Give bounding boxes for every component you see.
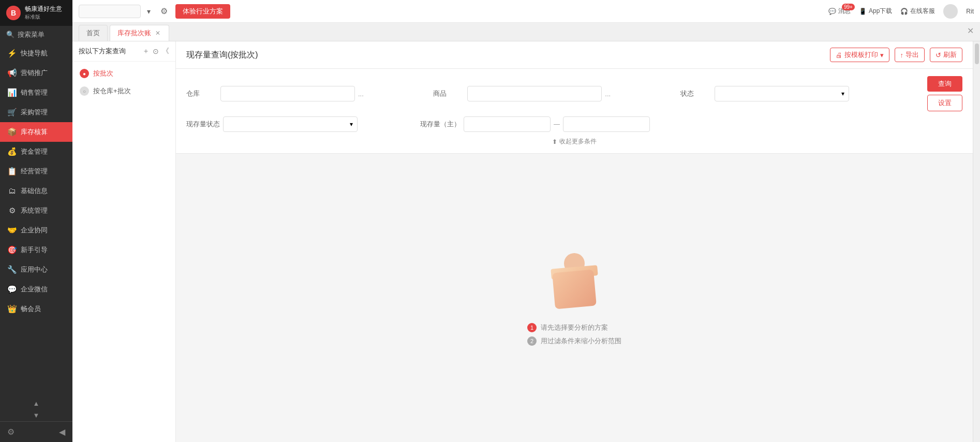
sidebar-item-wechat[interactable]: 💬企业微信 [0, 279, 72, 299]
scheme-item-batch[interactable]: ● 按批次 [72, 65, 175, 82]
warehouse-more-btn[interactable]: ... [358, 90, 364, 98]
hint-num-2: 2 [527, 336, 537, 346]
nav-icon-wechat: 💬 [7, 285, 17, 294]
nav-icon-inventory: 📦 [7, 127, 17, 137]
nav-label-basic: 基础信息 [21, 186, 48, 196]
page-title: 现存量查询(按批次) [186, 50, 258, 61]
footer-collapse-icon[interactable]: ◀ [59, 427, 65, 437]
qty-max-input[interactable] [563, 116, 650, 132]
sidebar-scroll-down[interactable]: ▼ [0, 409, 72, 421]
topbar-service[interactable]: 🎧 在线客服 [900, 7, 935, 16]
sidebar-item-enterprise[interactable]: 🤝企业协同 [0, 220, 72, 240]
collapse-icon: ⬆ [552, 138, 557, 145]
filter-qty-group: 现存量（主） — [420, 116, 650, 132]
footer-settings-icon[interactable]: ⚙ [7, 427, 14, 437]
nav-label-marketing: 营销推广 [21, 68, 48, 78]
filter-actions: 查询 设置 [927, 76, 962, 111]
username[interactable]: Rit [966, 8, 974, 15]
tab-close-icon[interactable]: ✕ [154, 30, 161, 37]
message-icon: 💬 [828, 8, 836, 15]
nav-icon-marketing: 📢 [7, 68, 17, 78]
print-button[interactable]: 🖨 按模板打印 ▾ [830, 48, 889, 62]
sidebar-item-sales[interactable]: 📊销售管理 [0, 83, 72, 102]
left-panel-actions: ＋ ⊙ 《 [142, 47, 169, 56]
sidebar-item-app-center[interactable]: 🔧应用中心 [0, 260, 72, 279]
refresh-button[interactable]: ↺ 刷新 [930, 48, 962, 62]
sidebar-item-finance[interactable]: 💰资金管理 [0, 142, 72, 161]
collapse-btn[interactable]: ⬆ 收起更多条件 [552, 137, 597, 146]
headset-icon: 🎧 [900, 8, 908, 15]
tab-inventory-batch[interactable]: 库存批次账 ✕ [110, 25, 169, 41]
left-panel-header: 按以下方案查询 ＋ ⊙ 《 [72, 41, 175, 62]
close-all-tabs-icon[interactable]: ✕ [967, 26, 974, 36]
filter-row-2: 现存量状态 ▾ 现存量（主） — [186, 116, 962, 132]
inv-status-dropdown-icon: ▾ [350, 121, 353, 128]
sidebar-item-guide[interactable]: 🎯新手引导 [0, 240, 72, 260]
nav-label-operation: 经营管理 [21, 167, 48, 176]
add-scheme-icon[interactable]: ＋ [142, 47, 150, 56]
empty-illustration [543, 251, 605, 313]
scheme-icon-batch: ● [80, 69, 89, 78]
sidebar-item-marketing[interactable]: 📢营销推广 [0, 63, 72, 83]
settings-scheme-icon[interactable]: ⊙ [153, 47, 159, 55]
left-panel-items: ● 按批次 ○ 按仓库+批次 [72, 62, 175, 103]
topbar-gear-icon[interactable]: ⚙ [157, 4, 171, 19]
filter-area: 仓库 ... 商品 ... 状态 ▾ [176, 69, 973, 154]
sidebar-item-basic[interactable]: 🗂基础信息 [0, 181, 72, 201]
print-dropdown-icon[interactable]: ▾ [880, 51, 884, 59]
page-actions: 🖨 按模板打印 ▾ ↑ 导出 ↺ 刷新 [830, 48, 963, 62]
nav-icon-member: 👑 [7, 304, 17, 314]
empty-state: 1 请先选择要分析的方案 2 用过滤条件来缩小分析范围 [176, 154, 973, 442]
settings-button[interactable]: 设置 [927, 95, 962, 111]
nav-icon-finance: 💰 [7, 147, 17, 156]
topbar-dropdown-btn[interactable]: ▾ [145, 5, 153, 18]
sidebar-item-member[interactable]: 👑畅会员 [0, 299, 72, 319]
hint-num-1: 1 [527, 323, 537, 332]
inventory-status-select[interactable]: ▾ [223, 116, 358, 132]
empty-box [552, 269, 597, 309]
user-avatar[interactable] [943, 4, 958, 19]
sidebar-item-system[interactable]: ⚙系统管理 [0, 201, 72, 220]
scheme-item-warehouse-batch[interactable]: ○ 按仓库+批次 [72, 82, 175, 100]
filter-warehouse-group: 仓库 ... [186, 86, 427, 101]
empty-hint-1: 1 请先选择要分析的方案 [527, 323, 621, 332]
print-icon: 🖨 [836, 51, 842, 59]
scroll-thumb [975, 43, 979, 64]
topbar-message[interactable]: 💬 消息 99+ [828, 7, 851, 16]
filter-inventory-status-group: 现存量状态 ▾ [186, 116, 414, 132]
right-scrollbar[interactable] [973, 41, 980, 442]
sidebar-item-purchase[interactable]: 🛒采购管理 [0, 102, 72, 122]
main-area: ▾ ⚙ 体验行业方案 💬 消息 99+ 📱 App下载 🎧 在线客服 Rit 首… [72, 0, 980, 442]
status-select[interactable]: ▾ [715, 86, 849, 101]
app-version: 标准版 [25, 13, 62, 21]
nav-icon-purchase: 🛒 [7, 108, 17, 117]
status-label: 状态 [680, 89, 711, 98]
sidebar-footer: ⚙ ◀ [0, 421, 72, 442]
page-header: 现存量查询(按批次) 🖨 按模板打印 ▾ ↑ 导出 ↺ 刷新 [176, 41, 973, 69]
empty-hints: 1 请先选择要分析的方案 2 用过滤条件来缩小分析范围 [527, 323, 621, 346]
qty-label: 现存量（主） [420, 120, 461, 129]
sidebar-item-quick-nav[interactable]: ⚡快捷导航 [0, 43, 72, 63]
nav-icon-guide: 🎯 [7, 245, 17, 255]
scheme-label-warehouse: 按仓库+批次 [93, 86, 131, 96]
query-button[interactable]: 查询 [927, 76, 962, 92]
sidebar-scroll-up[interactable]: ▲ [0, 397, 72, 409]
sidebar-search[interactable]: 🔍 搜索菜单 [0, 26, 72, 43]
product-more-btn[interactable]: ... [605, 90, 611, 98]
export-button[interactable]: ↑ 导出 [895, 48, 925, 62]
qty-min-input[interactable] [464, 116, 551, 132]
tab-home[interactable]: 首页 [79, 25, 108, 41]
topbar-search-input[interactable] [79, 5, 141, 18]
sidebar-item-inventory[interactable]: 📦库存核算 [0, 122, 72, 142]
topbar-app-download[interactable]: 📱 App下载 [859, 7, 892, 16]
left-panel: 按以下方案查询 ＋ ⊙ 《 ● 按批次 ○ 按仓库+批次 [72, 41, 176, 442]
nav-label-inventory: 库存核算 [21, 127, 48, 137]
nav-icon-system: ⚙ [7, 206, 17, 215]
trial-btn[interactable]: 体验行业方案 [175, 4, 230, 19]
sidebar-item-operation[interactable]: 📋经营管理 [0, 161, 72, 181]
warehouse-input[interactable] [220, 86, 355, 101]
phone-icon: 📱 [859, 8, 867, 15]
product-input[interactable] [467, 86, 602, 101]
message-badge: 99+ [842, 4, 855, 10]
collapse-panel-icon[interactable]: 《 [162, 47, 169, 56]
